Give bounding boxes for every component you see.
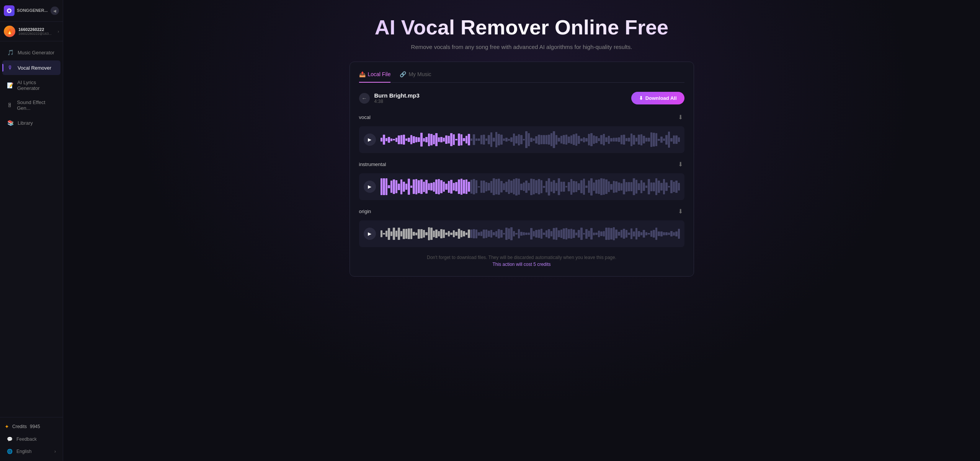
music-generator-label: Music Generator (18, 50, 54, 55)
feedback-label: Feedback (16, 437, 37, 442)
waveform-player-vocal: ▶ (359, 126, 684, 153)
page-subtitle: Remove vocals from any song free with ad… (86, 44, 957, 50)
library-icon: 📚 (7, 119, 14, 126)
credits-value: 9945 (30, 424, 40, 429)
tab-my-music-label: My Music (408, 71, 431, 77)
globe-icon: 🌐 (7, 449, 13, 454)
play-vocal-icon: ▶ (368, 137, 371, 142)
avatar: 🔥 (4, 26, 15, 37)
credits-label: Credits (12, 424, 27, 429)
language-item[interactable]: 🌐 English › (2, 446, 60, 457)
back-icon: ← (362, 95, 367, 101)
section-label-origin: origin (359, 209, 371, 214)
main-content-area: AI Vocal Remover Online Free Remove voca… (63, 0, 980, 461)
section-header-vocal: vocal ⬇ (359, 112, 684, 122)
library-label: Library (18, 120, 33, 126)
play-origin-icon: ▶ (368, 231, 371, 236)
download-instrumental-icon: ⬇ (678, 161, 683, 168)
play-vocal-button[interactable]: ▶ (364, 134, 376, 146)
tab-my-music[interactable]: 🔗 My Music (400, 71, 431, 83)
logo-icon (4, 5, 15, 16)
download-origin-button[interactable]: ⬇ (676, 206, 684, 217)
notice: Don't forget to download files. They wil… (359, 255, 684, 267)
section-header-instrumental: instrumental ⬇ (359, 159, 684, 169)
active-indicator (2, 64, 3, 72)
ai-lyrics-generator-label: AI Lyrics Generator (17, 80, 56, 91)
user-details: 16602260222 16602260222@163... (18, 27, 55, 36)
tab-local-file[interactable]: 📤 Local File (359, 71, 391, 83)
sidebar-item-music-generator[interactable]: 🎵Music Generator (2, 45, 60, 60)
feedback-item[interactable]: 💬 Feedback (2, 433, 60, 445)
section-label-vocal: vocal (359, 114, 371, 120)
back-button[interactable]: ← (359, 93, 370, 104)
vocal-remover-label: Vocal Remover (18, 65, 51, 71)
sidebar-collapse-button[interactable]: ◀ (51, 7, 59, 15)
tab-local-file-label: Local File (368, 71, 391, 77)
sidebar: SONGGENER... ◀ 🔥 16602260222 16602260222… (0, 0, 63, 461)
vocal-remover-icon: 🎙 (7, 64, 14, 71)
sidebar-item-ai-lyrics-generator[interactable]: 📝AI Lyrics Generator (2, 76, 60, 95)
waveform-vocal[interactable] (381, 130, 680, 149)
sidebar-bottom: ✦ Credits 9945 💬 Feedback 🌐 English › (0, 417, 63, 461)
download-all-label: Download All (645, 95, 677, 101)
main-card: 📤 Local File 🔗 My Music ← Burn Bright.mp… (350, 62, 694, 277)
notice-credit-text: This action will cost 5 credits (359, 262, 684, 267)
language-expand-icon: › (54, 449, 56, 454)
user-expand-icon[interactable]: › (58, 29, 59, 34)
play-origin-button[interactable]: ▶ (364, 228, 376, 240)
play-instrumental-icon: ▶ (368, 184, 371, 189)
notice-text: Don't forget to download files. They wil… (359, 255, 684, 260)
waveform-instrumental[interactable] (381, 177, 680, 196)
upload-icon: 📤 (359, 71, 366, 77)
user-info: 🔥 16602260222 16602260222@163... › (0, 22, 63, 41)
collapse-icon: ◀ (53, 9, 56, 13)
credits-item: ✦ Credits 9945 (0, 420, 63, 433)
page-content: AI Vocal Remover Online Free Remove voca… (63, 0, 980, 461)
audio-sections: vocal ⬇ ▶ instrumental ⬇ ▶ (359, 112, 684, 247)
track-name: Burn Bright.mp3 (374, 92, 420, 99)
music-generator-icon: 🎵 (7, 49, 14, 56)
section-label-instrumental: instrumental (359, 161, 386, 167)
sidebar-logo: SONGGENER... (4, 5, 48, 16)
sidebar-item-sound-effect-gen[interactable]: 🎚Sound Effect Gen... (2, 96, 60, 115)
sidebar-header: SONGGENER... ◀ (0, 0, 63, 22)
download-vocal-icon: ⬇ (678, 114, 683, 121)
ai-lyrics-generator-icon: 📝 (7, 82, 13, 89)
track-duration: 4:38 (374, 99, 420, 104)
download-all-button[interactable]: ⬇ Download All (631, 92, 684, 104)
sidebar-item-library[interactable]: 📚Library (2, 116, 60, 130)
track-details: Burn Bright.mp3 4:38 (374, 92, 420, 104)
audio-section-vocal: vocal ⬇ ▶ (359, 112, 684, 153)
nav-items: 🎵Music Generator🎙Vocal Remover📝AI Lyrics… (0, 41, 63, 417)
link-icon: 🔗 (400, 71, 406, 77)
waveform-player-origin: ▶ (359, 220, 684, 247)
track-header: ← Burn Bright.mp3 4:38 ⬇ Download All (359, 92, 684, 104)
download-instrumental-button[interactable]: ⬇ (676, 159, 684, 169)
language-label: English (16, 449, 31, 454)
svg-point-1 (8, 10, 10, 12)
sound-effect-gen-icon: 🎚 (7, 102, 13, 109)
audio-section-origin: origin ⬇ ▶ (359, 206, 684, 247)
sidebar-item-vocal-remover[interactable]: 🎙Vocal Remover (2, 60, 60, 75)
section-header-origin: origin ⬇ (359, 206, 684, 217)
waveform-player-instrumental: ▶ (359, 173, 684, 200)
track-info: ← Burn Bright.mp3 4:38 (359, 92, 420, 104)
page-title: AI Vocal Remover Online Free (86, 15, 957, 39)
page-title-section: AI Vocal Remover Online Free Remove voca… (86, 15, 957, 50)
user-email: 16602260222@163... (18, 32, 55, 36)
user-name: 16602260222 (18, 27, 55, 32)
logo-text: SONGGENER... (17, 8, 48, 13)
sound-effect-gen-label: Sound Effect Gen... (17, 99, 56, 111)
feedback-icon: 💬 (7, 437, 13, 442)
audio-section-instrumental: instrumental ⬇ ▶ (359, 159, 684, 200)
waveform-origin[interactable] (381, 224, 680, 243)
download-origin-icon: ⬇ (678, 208, 683, 215)
tabs: 📤 Local File 🔗 My Music (359, 71, 684, 83)
avatar-badge: 🔥 (7, 29, 13, 34)
play-instrumental-button[interactable]: ▶ (364, 181, 376, 193)
download-vocal-button[interactable]: ⬇ (676, 112, 684, 122)
credits-icon: ✦ (5, 424, 9, 430)
download-all-icon: ⬇ (639, 95, 643, 101)
